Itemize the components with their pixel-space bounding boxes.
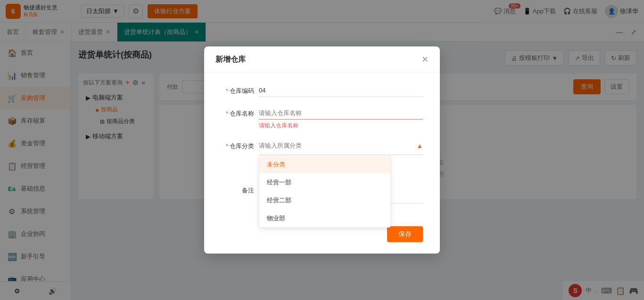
modal-footer: 保存 — [204, 226, 440, 242]
code-label: 仓库编码 — [221, 84, 259, 95]
save-button[interactable]: 保存 — [387, 226, 423, 242]
dropdown-item-uncategorized[interactable]: 未分类 — [259, 156, 390, 174]
modal-title: 新增仓库 — [215, 54, 246, 64]
code-input[interactable] — [259, 84, 423, 97]
remark-label: 备注 — [221, 183, 259, 195]
category-input[interactable] — [259, 139, 416, 152]
name-error-message: 请输入仓库名称 — [259, 122, 423, 130]
chevron-up-icon[interactable]: ▲ — [416, 142, 423, 149]
form-row-category: 仓库分类 ▲ 未分类 经营一部 经营二部 — [221, 139, 423, 155]
dropdown-item-dept1[interactable]: 经营一部 — [259, 174, 390, 192]
name-field-wrap: 请输入仓库名称 — [259, 107, 423, 130]
dropdown-item-property[interactable]: 物业部 — [259, 209, 390, 227]
form-row-name: 仓库名称 请输入仓库名称 — [221, 107, 423, 130]
category-dropdown: 未分类 经营一部 经营二部 物业部 — [259, 155, 391, 228]
name-input[interactable] — [259, 107, 423, 120]
new-warehouse-modal: 新增仓库 ✕ 仓库编码 仓库名称 请输入仓库名称 仓库分类 ▲ — [204, 47, 440, 254]
category-field-wrap: ▲ 未分类 经营一部 经营二部 物业部 — [259, 139, 423, 155]
modal-body: 仓库编码 仓库名称 请输入仓库名称 仓库分类 ▲ — [204, 73, 440, 226]
modal-header: 新增仓库 ✕ — [204, 47, 440, 73]
form-row-code: 仓库编码 — [221, 84, 423, 97]
code-field-wrap — [259, 84, 423, 97]
category-label: 仓库分类 — [221, 139, 259, 150]
name-label: 仓库名称 — [221, 107, 259, 118]
dropdown-item-dept2[interactable]: 经营二部 — [259, 192, 390, 209]
modal-close-button[interactable]: ✕ — [421, 54, 429, 65]
